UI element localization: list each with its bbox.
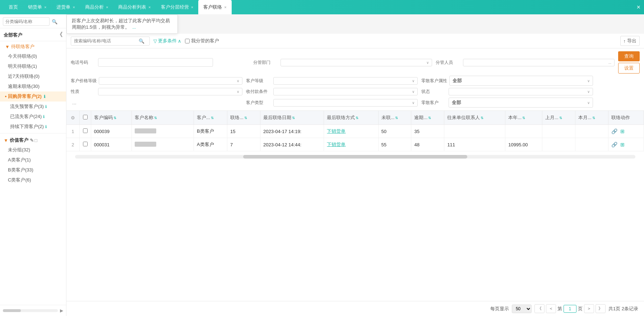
col-settings[interactable]: ⚙ [66,111,79,125]
sidebar-item-ungrouped[interactable]: 未分组(32) [0,145,66,155]
sort-icon-method[interactable]: ⇅ [356,116,358,120]
close-tab-product-list[interactable]: × [148,5,150,9]
blurred-name-1 [135,128,156,133]
sort-icon-overdue[interactable]: ⇅ [428,116,431,120]
sort-icon-type[interactable]: ⇅ [211,116,214,120]
customer-table: ⚙ 客户编码⇅ 客户名称⇅ 客户...⇅ [66,111,644,151]
sidebar-search-input[interactable] [3,17,50,26]
sidebar-right-arrow[interactable]: ▶ [60,308,63,313]
price-grade-select[interactable]: ∨ [99,77,242,85]
sidebar-item-repurchase-anomaly[interactable]: 回购异常客户(2) ℹ [0,91,66,102]
row-index-1: 1 [66,125,79,138]
filter-search-input[interactable] [74,38,139,43]
link-icon-2[interactable]: 🔗 [611,142,617,147]
page-suffix: 页 [578,306,583,312]
manager-select[interactable]: ... [463,59,615,66]
last-page-button[interactable]: 》 [596,304,606,313]
sort-icon-last-month[interactable]: ⇅ [559,116,562,120]
query-button[interactable]: 查询 [618,51,640,61]
method-link-1[interactable]: 下销货单 [327,128,346,134]
manager-dots: ... [608,61,611,65]
filter-customer-grade: 客户等级 ∨ [246,77,418,85]
per-page-select[interactable]: 50 100 200 [512,305,532,313]
my-customers-checkbox[interactable] [185,39,190,43]
sidebar-item-a-class[interactable]: A类客户(1) [0,155,66,165]
close-tab-contact[interactable]: × [224,5,226,9]
sort-icon-code[interactable]: ⇅ [113,116,116,120]
row-checkbox-1[interactable] [83,128,88,133]
sort-icon-this-year[interactable]: ⇅ [522,116,525,120]
more-conditions-button[interactable]: ▽ 更多条件 ∧ [153,38,181,44]
close-tab-purchase[interactable]: × [73,5,75,9]
sort-icon-name[interactable]: ⇅ [154,116,157,120]
nature-select[interactable]: ∨ [98,88,242,95]
close-tab-product-analysis[interactable]: × [106,5,108,9]
export-button[interactable]: ↑ 导出 [620,36,640,46]
sidebar-item-declining[interactable]: 持续下滑客户(2) ℹ [0,122,66,132]
tab-sales-order[interactable]: 销货单 × [23,0,51,14]
close-window-button[interactable]: × [636,4,640,11]
content-area: 距客户上次交易时长，超过了此客户的平均交易周期的1.5倍，则视为异常。 ... … [66,14,644,316]
nature-arrow: ∨ [237,90,239,94]
row-last-month-2 [542,138,575,151]
retail-attr-select[interactable]: 全部 ∨ [449,76,593,86]
settings-button[interactable]: 设置 [618,63,640,74]
col-overdue: 逾期...⇅ [411,111,444,125]
select-all-checkbox[interactable] [83,115,88,119]
tab-purchase-order[interactable]: 进货单 × [51,0,80,14]
phone-input[interactable] [98,58,213,67]
sidebar-all-customers-header: 全部客户 《 [0,28,66,41]
info-icon-declining: ℹ [45,124,47,129]
method-link-2[interactable]: 下销货单 [327,142,346,147]
tab-home[interactable]: 首页 [4,0,23,14]
sidebar-scroll-track[interactable] [3,309,58,312]
tab-product-analysis[interactable]: 商品分析 × [80,0,113,14]
sidebar-item-today-pending[interactable]: 今天待联络(0) [0,51,66,61]
sidebar-collapse-button[interactable]: 《 [57,31,62,39]
sidebar-item-7days-pending[interactable]: 近7天待联络(0) [0,71,66,81]
sidebar-item-b-class[interactable]: B类客户(33) [0,165,66,175]
sort-icon-date[interactable]: ⇅ [292,116,295,120]
row-checkbox-2[interactable] [83,142,88,146]
sidebar-group-value-customers[interactable]: ▼ 价值客户 ✎ □ [0,135,66,145]
sidebar-item-tomorrow-pending[interactable]: 明天待联络(1) [0,61,66,71]
sort-icon-this-month[interactable]: ⇅ [592,116,595,120]
first-page-button[interactable]: 《 [534,304,545,313]
tab-product-analysis-list[interactable]: 商品分析列表 × [113,0,156,14]
retail-customer-select[interactable]: 全部 ∨ [449,98,593,108]
sidebar-item-churned[interactable]: 已流失客户(24) ℹ [0,112,66,122]
next-page-button[interactable]: ＞ [584,304,594,313]
tab-customer-segmentation[interactable]: 客户分层经营 × [156,0,198,14]
sidebar-item-overdue-contact[interactable]: 逾期未联络(30) [0,81,66,91]
row-check-1 [79,125,91,138]
edit-icon[interactable]: ✎ [30,138,34,143]
sidebar-item-c-class[interactable]: C类客户(6) [0,175,66,185]
sort-icon-contacts[interactable]: ⇅ [481,116,483,120]
sidebar-search-icon[interactable]: 🔍 [52,19,57,24]
link-icon-1[interactable]: 🔗 [611,128,617,134]
active-indicator [5,96,6,97]
sort-icon-not-contacted[interactable]: ⇅ [395,116,398,120]
dept-select[interactable]: ∨ [281,59,432,66]
add-icon[interactable]: □ [34,138,37,143]
horizontal-scrollbar-track[interactable] [75,155,635,159]
more-dots-icon[interactable]: ... [71,100,78,105]
close-tab-sales[interactable]: × [44,5,46,9]
customer-grade-select[interactable]: ∨ [273,77,418,85]
close-tab-segmentation[interactable]: × [191,5,193,9]
row-check-2 [79,138,91,151]
prev-page-button[interactable]: ＜ [546,304,556,313]
payment-select[interactable]: ∨ [273,88,418,95]
customer-type-select[interactable]: ∨ [273,99,418,107]
sidebar-group-pending-contact[interactable]: ▼ 待联络客户 [0,41,66,51]
row-method-2: 下销货单 [324,138,378,151]
tab-customer-contact[interactable]: 客户联络 × [198,0,231,14]
sort-icon-contact[interactable]: ⇅ [244,116,247,120]
col-checkbox [79,111,91,125]
filter-search-icon[interactable]: 🔍 [139,38,144,44]
grid-icon-2[interactable]: ⊞ [620,142,625,147]
sidebar-item-churn-warning[interactable]: 流失预警客户(3) ℹ [0,102,66,112]
page-input[interactable] [564,305,576,313]
status-select[interactable]: ∨ [449,88,593,95]
grid-icon-1[interactable]: ⊞ [620,128,625,134]
